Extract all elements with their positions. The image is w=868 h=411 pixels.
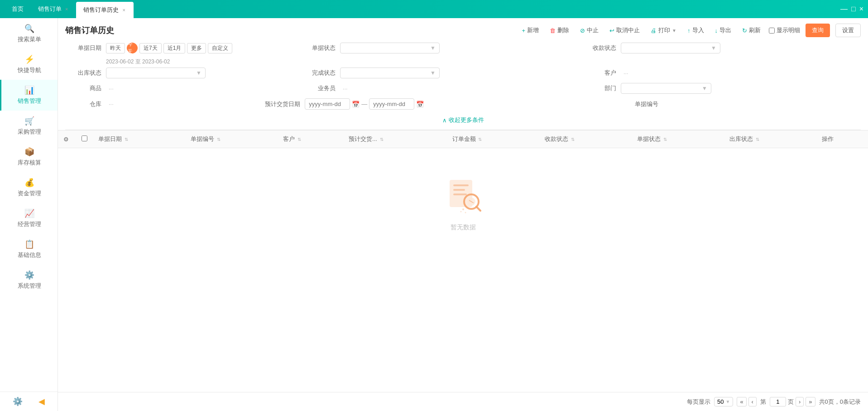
table-header-row: ⚙ 单据日期 ⇅ 单据编号 ⇅: [58, 131, 868, 148]
th-settings: ⚙: [58, 131, 76, 148]
date-btn-today[interactable]: 今天: [127, 43, 138, 53]
tab-home[interactable]: 首页: [5, 0, 31, 18]
tab-sales-order-history-close[interactable]: ×: [121, 7, 126, 13]
top-bar: 首页 销售订单 × 销售订单历史 × — □ ×: [0, 0, 868, 18]
delete-button[interactable]: 🗑 删除: [547, 24, 572, 36]
th-amount[interactable]: 订单金额 ⇅: [447, 131, 539, 148]
th-delivery-date[interactable]: 预计交货... ⇅: [343, 131, 447, 148]
export-button[interactable]: ↓ 导出: [712, 24, 734, 36]
date-btn-1month[interactable]: 近1月: [163, 43, 186, 53]
date-btn-yesterday[interactable]: 昨天: [106, 43, 125, 53]
sidebar-item-inventory[interactable]: 📦 库存核算: [0, 141, 58, 172]
sidebar-item-basic-info[interactable]: 📋 基础信息: [0, 234, 58, 265]
print-dropdown-icon: ▼: [672, 28, 676, 33]
sidebar-item-system[interactable]: ⚙️ 系统管理: [0, 265, 58, 295]
per-page-select[interactable]: 50 ▼: [714, 397, 733, 406]
show-detail-checkbox[interactable]: 显示明细: [769, 26, 800, 34]
total-text: 共0页，0条记录: [819, 398, 861, 406]
filter-area: 单据日期 昨天 今天 近7天 近1月 更多 自定义: [65, 43, 861, 130]
page-input[interactable]: [770, 397, 786, 406]
calendar-to-icon[interactable]: 📅: [416, 101, 424, 108]
date-btn-more[interactable]: 更多: [187, 43, 206, 53]
th-customer[interactable]: 客户 ⇅: [278, 131, 343, 148]
stop-button[interactable]: ⊘ 中止: [577, 24, 601, 36]
top-bar-right: — □ ×: [840, 5, 863, 13]
page-next-btn[interactable]: ›: [796, 397, 804, 406]
complete-select-arrow: ▼: [430, 70, 436, 76]
delivery-date-from[interactable]: [305, 98, 350, 110]
page-title: 销售订单历史: [65, 25, 114, 36]
dept-select[interactable]: ▼: [621, 83, 711, 94]
sort-order-no-icon: ⇅: [217, 137, 221, 142]
tab-sales-order-history[interactable]: 销售订单历史 ×: [76, 2, 133, 18]
payment-select[interactable]: ▼: [621, 43, 720, 53]
filter-delivery-date-col: 预计交货日期 📅 — 📅: [264, 98, 622, 110]
sidebar-item-search[interactable]: 🔍 搜索菜单: [0, 18, 58, 49]
refresh-button[interactable]: ↻ 刷新: [739, 24, 763, 36]
product-ellipsis[interactable]: ···: [106, 83, 116, 94]
print-icon: 🖨: [651, 27, 657, 34]
sales-ellipsis[interactable]: ···: [340, 83, 350, 94]
page-first-btn[interactable]: «: [737, 397, 746, 406]
page-last-btn[interactable]: »: [806, 397, 815, 406]
sidebar-settings-icon[interactable]: ⚙️: [13, 396, 23, 406]
th-date[interactable]: 单据日期 ⇅: [93, 131, 185, 148]
delivery-date-to[interactable]: [369, 98, 414, 110]
customer-select-ellipsis[interactable]: ···: [621, 68, 631, 78]
purchase-icon: 🛒: [24, 116, 34, 126]
complete-select[interactable]: ▼: [340, 68, 440, 78]
payment-label: 收款状态: [580, 44, 621, 52]
add-button[interactable]: + 新增: [519, 24, 542, 36]
sort-date-icon: ⇅: [125, 137, 128, 142]
print-button[interactable]: 🖨 打印 ▼: [648, 24, 679, 36]
sidebar-bottom: ⚙️ ◀: [0, 392, 58, 411]
import-button[interactable]: ↑ 导入: [685, 24, 707, 36]
select-all-checkbox[interactable]: [82, 135, 87, 141]
sidebar-collapse-icon[interactable]: ◀: [38, 396, 45, 406]
filter-row-date-range: 2023-06-02 至 2023-06-02: [65, 58, 861, 66]
filter-sales-col: 业务员 ···: [299, 83, 580, 94]
sidebar-item-quicknav[interactable]: ⚡ 快捷导航: [0, 49, 58, 80]
window-maximize[interactable]: □: [851, 5, 856, 13]
window-close[interactable]: ×: [859, 5, 863, 13]
filter-payment-col: 收款状态 ▼: [580, 43, 861, 53]
tab-sales-order-close[interactable]: ×: [64, 6, 69, 12]
sort-delivery-icon: ⇅: [380, 137, 384, 142]
table-settings-icon[interactable]: ⚙: [63, 136, 69, 143]
cancel-stop-button[interactable]: ↩ 取消中止: [607, 24, 643, 36]
th-delivery-status[interactable]: 出库状态 ⇅: [724, 131, 816, 148]
per-page-arrow: ▼: [725, 399, 730, 404]
pagination: « ‹ 第 页 › »: [737, 397, 815, 406]
sidebar-item-operations[interactable]: 📈 经营管理: [0, 203, 58, 234]
settings-button[interactable]: 设置: [835, 24, 861, 37]
show-detail-input[interactable]: [769, 28, 775, 34]
cancel-stop-icon: ↩: [609, 27, 614, 34]
filter-order-no-col: 单据编号: [622, 100, 861, 108]
table-area: ⚙ 单据日期 ⇅ 单据编号 ⇅: [58, 131, 868, 392]
stop-icon: ⊘: [580, 27, 585, 34]
delivery-select[interactable]: ▼: [106, 68, 206, 78]
page-header: 销售订单历史 + 新增 🗑 删除 ⊘ 中止 ↩: [58, 18, 868, 131]
tab-sales-order[interactable]: 销售订单 ×: [31, 0, 76, 18]
sales-label: 业务员: [299, 84, 340, 92]
query-button[interactable]: 查询: [806, 24, 830, 37]
status-select-arrow: ▼: [430, 45, 436, 51]
th-order-status[interactable]: 单据状态 ⇅: [632, 131, 724, 148]
date-range-buttons: 昨天 今天 近7天 近1月 更多 自定义: [106, 43, 232, 53]
sidebar-item-purchase[interactable]: 🛒 采购管理: [0, 111, 58, 141]
collapse-row[interactable]: ∧ 收起更多条件: [65, 114, 861, 126]
th-payment-status[interactable]: 收款状态 ⇅: [539, 131, 632, 148]
sidebar-item-sales[interactable]: 📊 销售管理: [0, 80, 58, 111]
status-select[interactable]: ▼: [340, 43, 440, 53]
th-order-no[interactable]: 单据编号 ⇅: [185, 131, 278, 148]
date-btn-custom[interactable]: 自定义: [208, 43, 232, 53]
date-btn-7days[interactable]: 近7天: [139, 43, 162, 53]
complete-label: 完成状态: [299, 69, 340, 77]
page-prev-btn[interactable]: ‹: [748, 397, 757, 406]
filter-row-2: 出库状态 ▼ 完成状态 ▼ 客户: [65, 68, 861, 78]
sidebar-item-finance[interactable]: 💰 资金管理: [0, 172, 58, 203]
warehouse-ellipsis[interactable]: ···: [106, 99, 116, 109]
window-minimize[interactable]: —: [840, 5, 848, 13]
calendar-from-icon[interactable]: 📅: [352, 101, 360, 108]
filter-row-1: 单据日期 昨天 今天 近7天 近1月 更多 自定义: [65, 43, 861, 53]
